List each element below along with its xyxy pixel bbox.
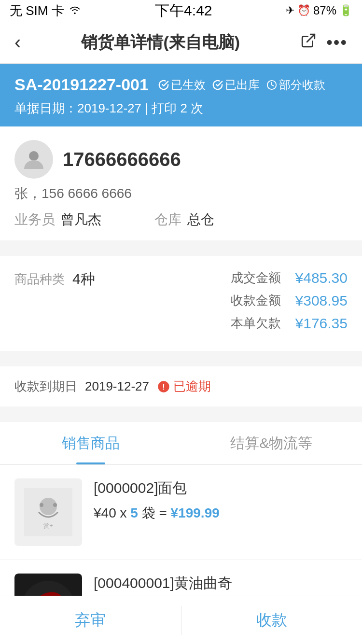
tabs-section: 销售商品 结算&物流等 <box>0 422 362 465</box>
overdue-text: 已逾期 <box>173 378 211 395</box>
status-badges: 已生效 已出库 部分收款 <box>158 77 325 93</box>
wifi-icon <box>68 3 82 18</box>
svg-point-8 <box>53 503 57 507</box>
order-id: SA-20191227-001 <box>14 75 149 94</box>
due-date-value: 2019-12-27 <box>85 379 149 394</box>
product-name-1: [0000002]面包 <box>94 478 348 498</box>
due-date-section: 收款到期日 2019-12-27 ! 已逾期 <box>0 366 362 406</box>
status-badge-effective: 已生效 <box>158 77 206 93</box>
salesperson-label: 业务员 <box>14 210 55 229</box>
back-button[interactable]: ‹ <box>14 31 21 53</box>
product-thumb-1: 赏+ <box>14 478 82 546</box>
nav-bar: ‹ 销货单详情(来自电脑) ••• <box>0 21 362 64</box>
battery-icon: 🔋 <box>339 4 352 17</box>
status-badge-shipped: 已出库 <box>212 77 260 93</box>
svg-line-0 <box>307 34 315 42</box>
received-label: 收款金额 <box>231 292 281 309</box>
page-title: 销货单详情(来自电脑) <box>81 31 240 54</box>
summary-right: 成交金额 ¥485.30 收款金额 ¥308.95 本单欠款 ¥176.35 <box>231 269 348 337</box>
tab-billing[interactable]: 结算&物流等 <box>181 422 362 464</box>
nav-actions: ••• <box>300 32 348 53</box>
overdue-badge: ! 已逾期 <box>157 378 211 395</box>
location-icon: ✈ <box>286 4 294 17</box>
deal-amount-label: 成交金额 <box>231 269 281 286</box>
svg-point-2 <box>29 151 39 161</box>
battery-text: 87% <box>313 4 336 17</box>
summary-left: 商品种类 4种 <box>14 269 95 294</box>
owed-value: ¥176.35 <box>295 315 348 332</box>
warehouse-value: 总仓 <box>187 210 214 229</box>
svg-text:赏+: 赏+ <box>43 522 53 529</box>
share-button[interactable] <box>300 32 317 53</box>
status-left: 无 SIM 卡 <box>10 2 82 19</box>
status-bar: 无 SIM 卡 下午4:42 ✈ ⏰ 87% 🔋 <box>0 0 362 21</box>
salesperson-pair: 业务员 曾凡杰 <box>14 210 101 229</box>
carrier-text: 无 SIM 卡 <box>10 2 64 19</box>
svg-point-7 <box>40 503 43 507</box>
order-header: SA-20191227-001 已生效 已出库 <box>0 64 362 126</box>
more-button[interactable]: ••• <box>326 32 348 53</box>
due-label: 收款到期日 <box>14 378 77 395</box>
product-info-1: [0000002]面包 ¥40 x 5 袋 = ¥199.99 <box>94 478 348 522</box>
product-name-2: [000400001]黄油曲奇 <box>94 574 348 593</box>
warehouse-label: 仓库 <box>154 210 181 229</box>
avatar <box>14 140 53 179</box>
alarm-icon: ⏰ <box>297 4 310 17</box>
order-meta: 单据日期：2019-12-27 | 打印 2 次 <box>14 100 348 117</box>
customer-section: 17666666666 张，156 6666 6666 业务员 曾凡杰 仓库 总… <box>0 126 362 240</box>
received-value: ¥308.95 <box>295 293 348 309</box>
product-type-label: 商品种类 <box>14 271 65 288</box>
product-total-1: ¥199.99 <box>171 505 220 520</box>
svg-text:!: ! <box>162 382 165 391</box>
tabs-row: 销售商品 结算&物流等 <box>0 422 362 465</box>
cancel-button[interactable]: 弃审 <box>0 596 181 644</box>
status-time: 下午4:42 <box>155 1 212 21</box>
tab-products[interactable]: 销售商品 <box>0 422 181 464</box>
product-type-value: 4种 <box>72 269 95 289</box>
status-badge-partial: 部分收款 <box>266 77 325 93</box>
product-price-row-1: ¥40 x 5 袋 = ¥199.99 <box>94 504 348 522</box>
customer-name-phone: 张，156 6666 6666 <box>14 184 348 203</box>
confirm-button[interactable]: 收款 <box>181 596 362 644</box>
owed-label: 本单欠款 <box>231 315 281 332</box>
warehouse-pair: 仓库 总仓 <box>154 210 214 229</box>
customer-phone: 17666666666 <box>63 149 181 170</box>
status-right: ✈ ⏰ 87% 🔋 <box>286 4 352 17</box>
product-item-1: 赏+ [0000002]面包 ¥40 x 5 袋 = ¥199.99 <box>0 465 362 560</box>
product-qty-1: 5 <box>130 505 138 520</box>
summary-section: 商品种类 4种 成交金额 ¥485.30 收款金额 ¥308.95 本单欠款 ¥… <box>0 256 362 351</box>
deal-amount-value: ¥485.30 <box>295 270 348 286</box>
bottom-bar: 弃审 收款 <box>0 596 362 644</box>
salesperson-value: 曾凡杰 <box>61 210 101 229</box>
